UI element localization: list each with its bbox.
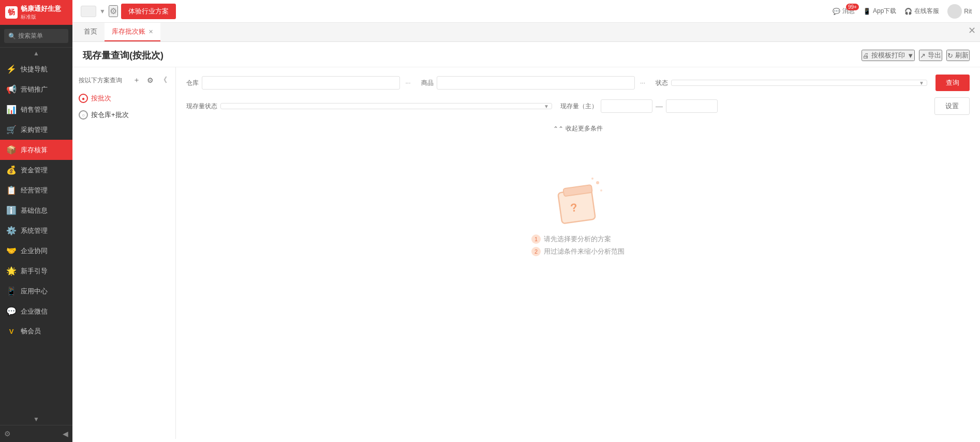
- empty-illustration: ?: [552, 172, 604, 224]
- sidebar-item-marketing[interactable]: 📢 营销推广: [0, 79, 72, 99]
- sidebar-item-enterprise[interactable]: 🤝 企业协同: [0, 241, 72, 261]
- quick-nav-icon: ⚡: [6, 64, 17, 74]
- sidebar-footer: ⚙ ◀: [0, 425, 72, 442]
- product-input[interactable]: [437, 76, 635, 90]
- sidebar-item-new-guide[interactable]: 🌟 新手引导: [0, 261, 72, 281]
- sidebar: 畅 畅康通好生意 标准版 🔍 搜索菜单 ▲ ⚡ 快捷导航 📢 营销推广 📊 销售…: [0, 0, 72, 442]
- sidebar-item-operations[interactable]: 📋 经营管理: [0, 180, 72, 200]
- sidebar-item-label: 采购管理: [21, 125, 48, 135]
- page-title: 现存量查询(按批次): [83, 49, 164, 62]
- dropdown-arrow-icon: ▼: [99, 8, 106, 15]
- filter-row-2: 现存量状态 ▼ 现存量（主） — 设置: [186, 97, 970, 115]
- right-panel: 仓库 ··· 商品 ··· 状态: [176, 67, 980, 439]
- sidebar-item-enterprise-wx[interactable]: 💬 企业微信: [0, 301, 72, 321]
- export-icon: ↗: [920, 52, 926, 60]
- panel-title: 按以下方案查询: [79, 76, 122, 85]
- tab-panel-close-button[interactable]: ✕: [968, 25, 976, 36]
- sidebar-item-purchase[interactable]: 🛒 采购管理: [0, 120, 72, 140]
- stock-main-to-input[interactable]: [666, 99, 718, 113]
- online-service-button[interactable]: 🎧 在线客服: [904, 7, 939, 16]
- tip-number-1: 1: [531, 234, 541, 244]
- scheme-settings-button[interactable]: ⚙: [144, 75, 156, 86]
- scheme-by-batch[interactable]: ● 按批次: [72, 90, 175, 107]
- sidebar-item-vip[interactable]: V 畅会员: [0, 321, 72, 341]
- product-more-button[interactable]: ···: [638, 78, 647, 87]
- tip-text-2: 用过滤条件来缩小分析范围: [544, 247, 625, 256]
- scheme-by-warehouse-batch-label: 按仓库+批次: [91, 110, 129, 120]
- scheme-by-warehouse-batch[interactable]: ○ 按仓库+批次: [72, 107, 175, 123]
- content-area: 按以下方案查询 ＋ ⚙ 《 ● 按批次 ○ 按仓库+批次: [72, 67, 980, 439]
- sidebar-item-quick-nav[interactable]: ⚡ 快捷导航: [0, 59, 72, 79]
- scheme-collapse-button[interactable]: 《: [158, 75, 169, 86]
- sidebar-item-label: 新手引导: [21, 267, 48, 276]
- stock-status-select[interactable]: [220, 103, 552, 109]
- sidebar-item-label: 企业协同: [21, 246, 48, 256]
- query-action: 查询: [936, 75, 970, 91]
- tab-home[interactable]: 首页: [77, 23, 105, 41]
- footer-collapse-button[interactable]: ◀: [63, 430, 68, 438]
- enterprise-icon: 🤝: [6, 246, 17, 256]
- footer-settings-button[interactable]: ⚙: [4, 430, 11, 438]
- collapse-more-conditions-button[interactable]: ⌃⌃ 收起更多条件: [186, 121, 970, 136]
- settings-button[interactable]: 设置: [934, 97, 970, 115]
- sidebar-item-sales[interactable]: 📊 销售管理: [0, 99, 72, 120]
- breadcrumb-select[interactable]: [81, 6, 96, 17]
- printer-icon: 🖨: [863, 52, 869, 60]
- tab-home-label: 首页: [84, 27, 97, 36]
- add-scheme-button[interactable]: ＋: [131, 75, 142, 86]
- tab-close-icon[interactable]: ✕: [149, 28, 153, 35]
- query-button[interactable]: 查询: [936, 75, 970, 91]
- sidebar-item-system[interactable]: ⚙️ 系统管理: [0, 220, 72, 241]
- export-button[interactable]: ↗ 导出: [919, 50, 942, 61]
- search-icon: 🔍: [8, 33, 16, 40]
- scroll-up-button[interactable]: ▲: [0, 48, 72, 59]
- chevron-up-icon: ⌃⌃: [553, 125, 563, 132]
- warehouse-more-icon: ···: [405, 79, 410, 86]
- experience-button[interactable]: 体验行业方案: [121, 4, 176, 19]
- tab-inventory-batch-label: 库存批次账: [112, 27, 145, 36]
- refresh-button[interactable]: ↻ 刷新: [946, 50, 970, 61]
- warehouse-more-button[interactable]: ···: [403, 78, 412, 87]
- sidebar-item-inventory[interactable]: 📦 库存核算: [0, 140, 72, 160]
- sidebar-item-label: 系统管理: [21, 226, 48, 235]
- sidebar-item-app-center[interactable]: 📱 应用中心: [0, 281, 72, 301]
- gear-button[interactable]: ⚙: [109, 5, 118, 17]
- stock-status-field-wrapper: ▼: [220, 103, 552, 109]
- finance-icon: 💰: [6, 165, 17, 175]
- sidebar-item-label: 基础信息: [21, 206, 48, 215]
- status-select[interactable]: [671, 80, 927, 86]
- message-badge: 99+: [846, 4, 859, 10]
- product-label: 商品: [421, 79, 434, 87]
- sidebar-item-finance[interactable]: 💰 资金管理: [0, 160, 72, 180]
- stock-main-from-input[interactable]: [601, 99, 652, 113]
- product-more-icon: ···: [640, 79, 645, 86]
- sidebar-item-label: 库存核算: [21, 145, 48, 155]
- sidebar-item-basic-info[interactable]: ℹ️ 基础信息: [0, 200, 72, 220]
- tab-inventory-batch[interactable]: 库存批次账 ✕: [105, 23, 160, 41]
- warehouse-input[interactable]: [202, 76, 400, 90]
- sidebar-search-area: 🔍 搜索菜单: [0, 25, 72, 48]
- status-filter-group: 状态 ▼: [656, 79, 927, 87]
- scroll-down-button[interactable]: ▼: [0, 414, 72, 425]
- sales-icon: 📊: [6, 105, 17, 114]
- tip-text-1: 请先选择要分析的方案: [544, 234, 611, 244]
- status-field-wrapper: ▼: [671, 80, 927, 86]
- svg-point-4: [600, 189, 602, 191]
- scheme-by-batch-label: 按批次: [91, 94, 111, 103]
- sidebar-item-label: 销售管理: [21, 105, 48, 114]
- user-avatar-area[interactable]: Rit: [947, 4, 972, 19]
- panel-header: 按以下方案查询 ＋ ⚙ 《: [72, 72, 175, 90]
- search-menu-button[interactable]: 🔍 搜索菜单: [4, 29, 68, 43]
- warehouse-label: 仓库: [186, 79, 199, 87]
- purchase-icon: 🛒: [6, 125, 17, 135]
- scheme-inactive-icon: ○: [79, 110, 88, 120]
- message-button[interactable]: 💬 消息 99+: [833, 7, 855, 16]
- stock-status-label: 现存量状态: [186, 102, 217, 111]
- app-download-label: App下载: [873, 7, 896, 16]
- basic-info-icon: ℹ️: [6, 205, 17, 215]
- breadcrumb-area: ▼ ⚙ 体验行业方案: [81, 4, 827, 19]
- app-download-button[interactable]: 📱 App下载: [863, 7, 896, 16]
- system-icon: ⚙️: [6, 226, 17, 235]
- print-button[interactable]: 🖨 按模板打印 ▼: [862, 50, 915, 61]
- phone-icon: 📱: [863, 8, 871, 15]
